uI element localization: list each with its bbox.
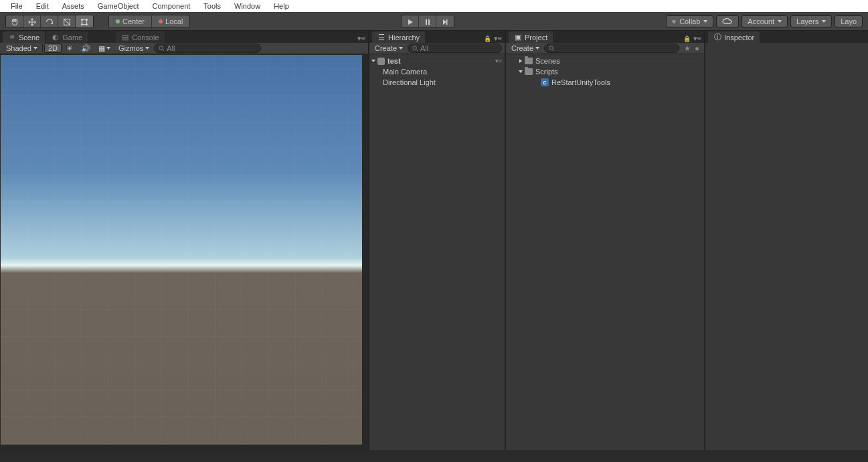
hierarchy-create[interactable]: Create: [372, 44, 406, 52]
inspector-panel: ⓘInspector: [705, 31, 868, 462]
tab-console[interactable]: ▤Console: [116, 31, 164, 43]
menu-file[interactable]: File: [4, 1, 29, 11]
toggle-lighting[interactable]: ☀: [63, 44, 76, 53]
svg-point-11: [549, 46, 553, 49]
project-toolbar: Create ★ ●: [506, 43, 704, 54]
project-folder-scenes[interactable]: Scenes: [506, 56, 704, 66]
hierarchy-panel: ☰Hierarchy 🔒 ▾≡ Create All test ▾≡ Main …: [369, 31, 506, 462]
unity-scene-icon: [377, 58, 385, 65]
scene-search[interactable]: All: [154, 44, 261, 53]
toggle-audio[interactable]: 🔊: [78, 44, 94, 53]
account-dropdown[interactable]: Account: [742, 15, 788, 27]
scale-tool[interactable]: [58, 15, 76, 28]
menu-assets[interactable]: Assets: [56, 1, 91, 11]
project-folder-scripts[interactable]: Scripts: [506, 66, 704, 77]
tab-scene[interactable]: ⌗Scene: [3, 31, 45, 43]
folder-label: Scripts: [535, 68, 558, 76]
folder-label: Scenes: [535, 57, 560, 65]
console-icon: ▤: [121, 33, 129, 42]
hierarchy-search[interactable]: All: [408, 44, 502, 53]
step-button[interactable]: [436, 15, 454, 28]
svg-point-10: [413, 46, 416, 49]
hierarchy-item[interactable]: Main Camera: [369, 66, 505, 77]
pivot-local[interactable]: Local: [152, 15, 189, 28]
scene-panel: ⌗Scene ◐Game ▤Console ▾≡ Shaded 2D ☀ 🔊 ▦…: [0, 31, 369, 462]
foldout-icon[interactable]: [371, 60, 375, 62]
svg-point-2: [81, 19, 82, 20]
scene-view[interactable]: [0, 54, 368, 462]
pivot-center[interactable]: Center: [109, 15, 152, 28]
project-script-item[interactable]: C ReStartUnityTools: [506, 77, 704, 88]
filter-type-icon[interactable]: ●: [693, 44, 701, 53]
hierarchy-toolbar: Create All: [369, 43, 505, 54]
project-search[interactable]: [544, 44, 679, 53]
inspector-tabs: ⓘInspector: [705, 31, 868, 43]
filter-fav-icon[interactable]: ★: [683, 44, 691, 53]
hierarchy-scene-root[interactable]: test ▾≡: [369, 56, 505, 66]
hierarchy-tree[interactable]: test ▾≡ Main Camera Directional Light: [369, 54, 505, 462]
toggle-fx[interactable]: ▦: [95, 44, 114, 53]
menu-gameobject[interactable]: GameObject: [91, 1, 146, 11]
scene-icon: ⌗: [8, 33, 16, 42]
project-tree[interactable]: Scenes Scripts C ReStartUnityTools: [506, 54, 704, 462]
playback-controls: [401, 15, 454, 28]
svg-rect-6: [426, 19, 427, 25]
pivot-handle-toggle: Center Local: [108, 15, 190, 28]
panel-menu[interactable]: 🔒 ▾≡: [484, 34, 502, 43]
scene-tabs: ⌗Scene ◐Game ▤Console ▾≡: [0, 31, 368, 43]
scene-grid: [1, 55, 362, 445]
project-icon: ▣: [514, 33, 522, 42]
status-bar: [0, 450, 868, 462]
menu-tools[interactable]: Tools: [197, 1, 228, 11]
gameobject-label: Main Camera: [383, 68, 427, 76]
rotate-tool[interactable]: [41, 15, 58, 28]
scene-menu-icon[interactable]: ▾≡: [495, 58, 502, 64]
collab-dropdown[interactable]: ♥Collab: [666, 15, 714, 27]
inspector-body: [705, 43, 868, 462]
foldout-icon[interactable]: [519, 59, 522, 63]
tab-inspector[interactable]: ⓘInspector: [708, 31, 760, 43]
scene-canvas[interactable]: [1, 55, 362, 445]
menu-window[interactable]: Window: [228, 1, 267, 11]
svg-point-4: [81, 23, 82, 25]
svg-point-9: [159, 46, 163, 49]
game-icon: ◐: [52, 33, 60, 42]
layers-dropdown[interactable]: Layers: [790, 15, 832, 27]
project-filter-icons: ★ ●: [683, 44, 701, 53]
play-button[interactable]: [402, 15, 419, 28]
rect-tool[interactable]: [76, 15, 93, 28]
main-toolbar: Center Local ♥Collab Account Layers Layo: [0, 12, 868, 31]
toggle-2d[interactable]: 2D: [44, 44, 62, 53]
gizmos-dropdown[interactable]: Gizmos: [115, 44, 153, 53]
lock-icon[interactable]: 🔒: [683, 35, 691, 42]
hierarchy-tabs: ☰Hierarchy 🔒 ▾≡: [369, 31, 505, 43]
tab-project[interactable]: ▣Project: [509, 31, 553, 43]
foldout-icon[interactable]: [519, 70, 523, 73]
menu-edit[interactable]: Edit: [29, 1, 56, 11]
menu-bar: File Edit Assets GameObject Component To…: [0, 0, 868, 12]
tab-hierarchy[interactable]: ☰Hierarchy: [372, 31, 425, 43]
move-tool[interactable]: [23, 15, 41, 28]
lock-icon[interactable]: 🔒: [484, 35, 491, 42]
panel-menu[interactable]: ▾≡: [357, 34, 365, 43]
cloud-button[interactable]: [716, 15, 739, 27]
menu-component[interactable]: Component: [145, 1, 197, 11]
hierarchy-item[interactable]: Directional Light: [369, 77, 505, 88]
folder-icon: [525, 68, 533, 75]
folder-icon: [525, 58, 533, 64]
inspector-icon: ⓘ: [713, 33, 721, 42]
menu-help[interactable]: Help: [267, 1, 296, 11]
svg-rect-8: [446, 19, 448, 25]
script-label: ReStartUnityTools: [551, 78, 610, 86]
project-panel: ▣Project 🔒 ▾≡ Create ★ ● Scenes Scripts: [506, 31, 705, 462]
project-create[interactable]: Create: [509, 44, 542, 52]
layout-dropdown[interactable]: Layo: [835, 15, 863, 27]
csharp-icon: C: [541, 78, 549, 86]
svg-rect-7: [428, 19, 430, 25]
svg-point-5: [86, 23, 87, 25]
hand-tool[interactable]: [6, 15, 23, 28]
shading-mode[interactable]: Shaded: [3, 44, 41, 53]
pause-button[interactable]: [419, 15, 436, 28]
tab-game[interactable]: ◐Game: [46, 31, 88, 43]
panel-menu[interactable]: 🔒 ▾≡: [683, 34, 701, 43]
